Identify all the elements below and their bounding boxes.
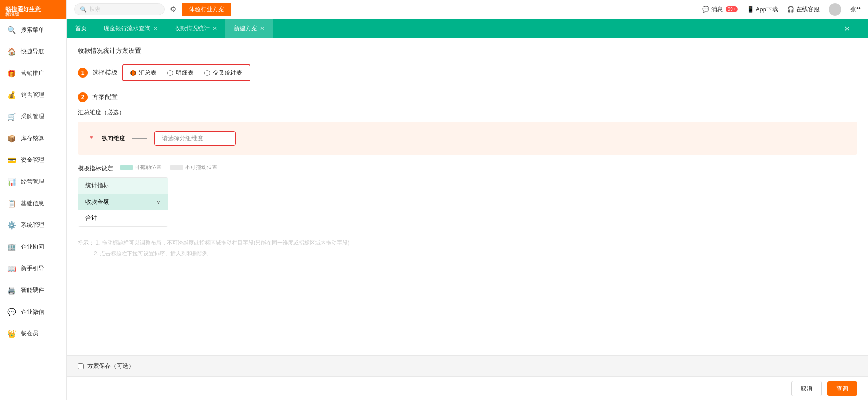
marketing-icon: 🎁 [7, 69, 16, 78]
wechat-biz-icon: 💬 [7, 308, 16, 316]
tab-home[interactable]: 首页 [67, 19, 95, 38]
search-bar[interactable]: 🔍 搜索 [74, 3, 165, 15]
tips-section: 提示： 1. 拖动标题栏可以调整布局，不可跨维度或指标区域拖动栏目字段(只能在同… [78, 237, 857, 259]
radio-detail-label: 明细表 [176, 69, 193, 77]
notification-area[interactable]: 💬 消息 99+ [702, 5, 738, 14]
close-collection-stat-icon[interactable]: ✕ [212, 25, 217, 32]
config-section: 汇总维度（必选） ＊ 纵向维度 —— 请选择分组维度 模板指标设定 [78, 108, 857, 228]
sidebar-label-basic-info: 基础信息 [21, 199, 44, 207]
sidebar-item-sales[interactable]: 💰 销售管理 [0, 84, 66, 106]
drag-legend-box [120, 165, 133, 170]
message-icon: 💬 [702, 6, 709, 13]
radio-cross-input[interactable] [204, 70, 210, 76]
radio-cross[interactable]: 交叉统计表 [204, 69, 242, 77]
cancel-button[interactable]: 取消 [791, 381, 822, 396]
sidebar: 畅捷通好生意 标准版 🔍 搜索菜单 🏠 快捷导航 🎁 营销推广 💰 销售管理 🛒… [0, 0, 67, 400]
step2-label: 方案配置 [92, 93, 118, 101]
operation-icon: 📊 [7, 178, 16, 186]
finance-icon: 💳 [7, 156, 16, 165]
sidebar-item-operation[interactable]: 📊 经营管理 [0, 171, 66, 193]
app-download-label: App下载 [756, 5, 778, 14]
sidebar-item-finance[interactable]: 💳 资金管理 [0, 149, 66, 171]
vertical-dim-label: 纵向维度 [102, 134, 125, 142]
headset-icon: 🎧 [787, 6, 794, 13]
radio-summary-label: 汇总表 [139, 69, 156, 77]
notification-label: 消息 [711, 5, 723, 14]
maximize-icon[interactable]: ⛶ [855, 24, 863, 33]
tab-new-plan[interactable]: 新建方案 ✕ [226, 19, 273, 38]
nav-tabs-right: ✕ ⛶ [844, 24, 868, 33]
page-content: 收款情况统计方案设置 1 选择模板 汇总表 明细表 [67, 38, 868, 376]
gear-icon[interactable]: ⚙ [170, 5, 176, 14]
radio-summary-input[interactable] [130, 70, 136, 76]
sidebar-item-basic-info[interactable]: 📋 基础信息 [0, 193, 66, 214]
sidebar-item-quick-nav[interactable]: 🏠 快捷导航 [0, 41, 66, 62]
sidebar-item-enterprise[interactable]: 🏢 企业协同 [0, 236, 66, 258]
footer-actions: 取消 查询 [67, 376, 868, 400]
radio-summary[interactable]: 汇总表 [130, 69, 156, 77]
draggable-legend: 可拖动位置 [120, 164, 162, 171]
step1-section: 1 选择模板 汇总表 明细表 交叉统计表 [78, 64, 857, 81]
nav-tabs: 首页 现金银行流水查询 ✕ 收款情况统计 ✕ 新建方案 ✕ ✕ ⛶ [67, 19, 868, 38]
online-support-area[interactable]: 🎧 在线客服 [787, 5, 820, 14]
sidebar-item-search-menu[interactable]: 🔍 搜索菜单 [0, 19, 66, 41]
non-draggable-legend: 不可拖动位置 [170, 164, 217, 171]
radio-detail-input[interactable] [167, 70, 173, 76]
sidebar-label-wechat-biz: 企业微信 [21, 308, 44, 316]
member-icon: 👑 [7, 329, 16, 338]
sidebar-label-member: 畅会员 [21, 329, 38, 338]
sidebar-logo: 畅捷通好生意 标准版 [0, 0, 66, 19]
vertical-dim-row: ＊ 纵向维度 —— 请选择分组维度 [89, 131, 846, 146]
dim-select[interactable]: 请选择分组维度 [154, 131, 236, 146]
tab-bank-flow[interactable]: 现金银行流水查询 ✕ [95, 19, 166, 38]
sidebar-label-finance: 资金管理 [21, 156, 44, 164]
step1-num: 1 [78, 68, 88, 78]
sidebar-item-wechat-biz[interactable]: 💬 企业微信 [0, 301, 66, 323]
legend-area: 可拖动位置 不可拖动位置 [120, 165, 217, 172]
header-right: 💬 消息 99+ 📱 App下载 🎧 在线客服 张** [702, 3, 861, 16]
sidebar-label-marketing: 营销推广 [21, 69, 44, 77]
sidebar-label-inventory: 库存核算 [21, 134, 44, 142]
app-download-area[interactable]: 📱 App下载 [747, 5, 778, 14]
guide-icon: 📖 [7, 264, 16, 273]
sidebar-item-system[interactable]: ⚙️ 系统管理 [0, 214, 66, 236]
step1-label: 选择模板 [92, 69, 118, 77]
close-window-icon[interactable]: ✕ [844, 24, 850, 33]
indicator-row-collection[interactable]: 收款金额 ∨ [78, 194, 168, 210]
step2-header: 2 方案配置 [78, 92, 857, 102]
indicator-settings: 模板指标设定 可拖动位置 不可拖动位置 [78, 164, 857, 228]
main-area: 🔍 搜索 ⚙ 体验行业方案 💬 消息 99+ 📱 App下载 🎧 在线客服 张*… [67, 0, 868, 400]
header-left: 🔍 搜索 ⚙ 体验行业方案 [74, 3, 231, 16]
dim-required-star: ＊ [89, 134, 94, 142]
no-drag-legend-box [170, 165, 183, 170]
sales-icon: 💰 [7, 91, 16, 99]
try-industry-button[interactable]: 体验行业方案 [182, 3, 231, 16]
logo-subtitle: 标准版 [5, 11, 19, 18]
close-new-plan-icon[interactable]: ✕ [260, 25, 264, 32]
close-bank-flow-icon[interactable]: ✕ [153, 25, 158, 32]
save-option-row: 方案保存（可选） [67, 355, 868, 376]
tab-collection-stat[interactable]: 收款情况统计 ✕ [166, 19, 226, 38]
radio-detail[interactable]: 明细表 [167, 69, 193, 77]
system-icon: ⚙️ [7, 221, 16, 230]
user-avatar[interactable] [829, 3, 841, 16]
sidebar-label-sales: 销售管理 [21, 91, 44, 99]
sidebar-item-member[interactable]: 👑 畅会员 [0, 323, 66, 344]
sidebar-item-marketing[interactable]: 🎁 营销推广 [0, 62, 66, 84]
search-placeholder: 搜索 [90, 5, 100, 13]
sidebar-item-smart-hw[interactable]: 🖨️ 智能硬件 [0, 279, 66, 301]
dimension-section-title: 汇总维度（必选） [78, 108, 857, 117]
sidebar-item-guide[interactable]: 📖 新手引导 [0, 258, 66, 279]
sidebar-label-search-menu: 搜索菜单 [21, 26, 44, 34]
sidebar-item-purchase[interactable]: 🛒 采购管理 [0, 106, 66, 127]
sidebar-label-enterprise: 企业协同 [21, 243, 44, 251]
sidebar-item-inventory[interactable]: 📦 库存核算 [0, 127, 66, 149]
indicator-table: 统计指标 收款金额 ∨ 合计 [78, 177, 168, 227]
inventory-icon: 📦 [7, 134, 16, 143]
tip2: 2. 点击标题栏下拉可设置排序、插入列和删除列 [78, 248, 857, 259]
save-checkbox[interactable] [78, 363, 84, 369]
sidebar-label-purchase: 采购管理 [21, 113, 44, 121]
quick-nav-icon: 🏠 [7, 47, 16, 56]
query-button[interactable]: 查询 [827, 381, 857, 396]
chevron-down-icon[interactable]: ∨ [156, 199, 160, 205]
